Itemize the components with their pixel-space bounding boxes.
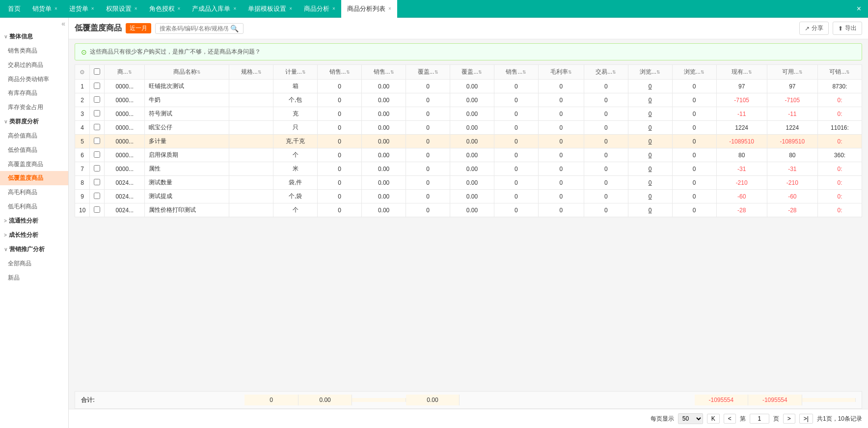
row-name[interactable]: 测试数量 — [145, 176, 229, 190]
th-cover1[interactable]: 覆盖...⇅ — [406, 65, 450, 80]
row-checkbox[interactable] — [90, 135, 105, 148]
row-name[interactable]: 牛奶 — [145, 93, 229, 107]
th-name[interactable]: 商品名称⇅ — [145, 65, 229, 80]
sidebar-item-category-rate[interactable]: 商品分类动销率 — [0, 72, 68, 86]
th-unit[interactable]: 计量...⇅ — [273, 65, 318, 80]
nav-product-analysis-list[interactable]: 商品分析列表 × — [341, 0, 397, 18]
row-browse1[interactable]: 0 — [628, 135, 672, 148]
sidebar-item-all-products[interactable]: 全部商品 — [0, 257, 68, 271]
row-name[interactable]: 启用保质期 — [145, 148, 229, 162]
sidebar-item-stock-funds[interactable]: 库存资金占用 — [0, 100, 68, 114]
row-sellable: 0: — [817, 176, 862, 190]
sidebar-section-overall[interactable]: ∨ 整体信息 — [0, 29, 68, 44]
th-sales-qty[interactable]: 销售...⇅ — [318, 65, 362, 80]
last-page-button[interactable]: >| — [799, 414, 813, 424]
row-checkbox[interactable] — [90, 203, 105, 217]
share-button[interactable]: ↗ 分享 — [799, 22, 829, 35]
nav-product-entry[interactable]: 产成品入库单 × — [186, 0, 242, 18]
row-checkbox[interactable] — [90, 80, 105, 93]
row-checkbox[interactable] — [90, 121, 105, 135]
prev-page-button[interactable]: < — [724, 414, 736, 424]
period-button[interactable]: 近一月 — [126, 23, 151, 33]
row-checkbox[interactable] — [90, 190, 105, 203]
nav-role-auth[interactable]: 角色授权 × — [143, 0, 187, 18]
row-checkbox[interactable] — [90, 176, 105, 190]
export-button[interactable]: ⬆ 导出 — [833, 22, 862, 35]
row-browse1[interactable]: 0 — [628, 80, 672, 93]
close-icon[interactable]: × — [91, 0, 94, 18]
sidebar-item-high-coverage[interactable]: 高覆盖度商品 — [0, 157, 68, 171]
th-browse1[interactable]: 浏览...⇅ — [628, 65, 672, 80]
sidebar-item-traded-products[interactable]: 交易过的商品 — [0, 58, 68, 72]
th-gross-rate[interactable]: 毛利率⇅ — [538, 65, 584, 80]
close-icon[interactable]: × — [54, 0, 57, 18]
next-page-button[interactable]: > — [783, 414, 795, 424]
close-icon[interactable]: × — [233, 0, 236, 18]
nav-template-settings[interactable]: 单据模板设置 × — [242, 0, 298, 18]
th-settings[interactable]: ⚙ — [75, 65, 90, 80]
nav-sales-order[interactable]: 销货单 × — [27, 0, 63, 18]
close-icon[interactable]: × — [135, 0, 137, 18]
th-available-stock[interactable]: 可用...⇅ — [767, 65, 817, 80]
row-browse1[interactable]: 0 — [628, 203, 672, 217]
row-checkbox[interactable] — [90, 93, 105, 107]
row-browse1[interactable]: 0 — [628, 93, 672, 107]
row-name[interactable]: 旺铺批次测试 — [145, 80, 229, 93]
close-icon[interactable]: × — [388, 0, 391, 18]
nav-product-analysis[interactable]: 商品分析 × — [298, 0, 341, 18]
th-sales-amt[interactable]: 销售...⇅ — [362, 65, 406, 80]
collapse-icon[interactable]: « — [61, 20, 65, 28]
sidebar-section-growth[interactable]: > 成长性分析 — [0, 228, 68, 242]
sidebar-section-cluster[interactable]: ∨ 类群度分析 — [0, 114, 68, 129]
search-icon[interactable]: 🔍 — [230, 25, 239, 32]
select-all-checkbox[interactable] — [94, 68, 100, 75]
th-current-stock[interactable]: 现有...⇅ — [716, 65, 767, 80]
sidebar-collapse[interactable]: « — [0, 18, 68, 29]
th-checkbox[interactable] — [90, 65, 105, 80]
nav-permissions[interactable]: 权限设置 × — [100, 0, 143, 18]
row-checkbox[interactable] — [90, 162, 105, 176]
row-name[interactable]: 符号测试 — [145, 107, 229, 121]
sidebar-item-new-products[interactable]: 新品 — [0, 271, 68, 285]
sidebar-section-marketing[interactable]: ∨ 营销推广分析 — [0, 242, 68, 257]
th-code[interactable]: 商...⇅ — [105, 65, 145, 80]
row-browse1[interactable]: 0 — [628, 190, 672, 203]
nav-purchase-order[interactable]: 进货单 × — [63, 0, 100, 18]
sidebar-item-low-coverage[interactable]: 低覆盖度商品 — [0, 171, 68, 185]
row-browse1[interactable]: 0 — [628, 176, 672, 190]
sidebar-item-low-margin[interactable]: 低毛利商品 — [0, 200, 68, 214]
row-browse1[interactable]: 0 — [628, 107, 672, 121]
row-name[interactable]: 属性 — [145, 162, 229, 176]
row-name[interactable]: 属性价格打印测试 — [145, 203, 229, 217]
sidebar-item-in-stock[interactable]: 有库存商品 — [0, 86, 68, 100]
first-page-button[interactable]: K — [707, 414, 720, 424]
th-spec[interactable]: 规格...⇅ — [229, 65, 273, 80]
sidebar-item-sales-products[interactable]: 销售类商品 — [0, 44, 68, 58]
nav-home[interactable]: 首页 — [2, 0, 27, 18]
row-name[interactable]: 眠宝公仔 — [145, 121, 229, 135]
row-name[interactable]: 测试提成 — [145, 190, 229, 203]
row-browse1[interactable]: 0 — [628, 148, 672, 162]
row-checkbox[interactable] — [90, 148, 105, 162]
close-icon[interactable]: × — [332, 0, 335, 18]
th-trade[interactable]: 交易...⇅ — [584, 65, 628, 80]
row-browse1[interactable]: 0 — [628, 121, 672, 135]
page-input[interactable] — [750, 414, 769, 424]
row-name[interactable]: 多计量 — [145, 135, 229, 148]
close-icon[interactable]: × — [178, 0, 181, 18]
row-checkbox[interactable] — [90, 107, 105, 121]
close-icon[interactable]: × — [289, 0, 292, 18]
sidebar-section-liquidity[interactable]: > 流通性分析 — [0, 214, 68, 228]
th-cover2[interactable]: 覆盖...⇅ — [450, 65, 494, 80]
th-sales3[interactable]: 销售...⇅ — [494, 65, 538, 80]
per-page-select[interactable]: 50 20 100 — [678, 413, 703, 424]
sidebar-item-high-margin[interactable]: 高毛利商品 — [0, 185, 68, 200]
global-close-button[interactable]: × — [852, 4, 866, 13]
search-input[interactable] — [160, 25, 228, 32]
th-browse2[interactable]: 浏览...⇅ — [672, 65, 716, 80]
table-container[interactable]: ⚙ 商...⇅ 商品名称⇅ 规格...⇅ 计量...⇅ 销售...⇅ 销售...… — [75, 64, 862, 391]
row-browse1[interactable]: 0 — [628, 162, 672, 176]
sidebar-item-low-value[interactable]: 低价值商品 — [0, 143, 68, 157]
sidebar-item-high-value[interactable]: 高价值商品 — [0, 129, 68, 143]
th-sellable[interactable]: 可销...⇅ — [817, 65, 862, 80]
